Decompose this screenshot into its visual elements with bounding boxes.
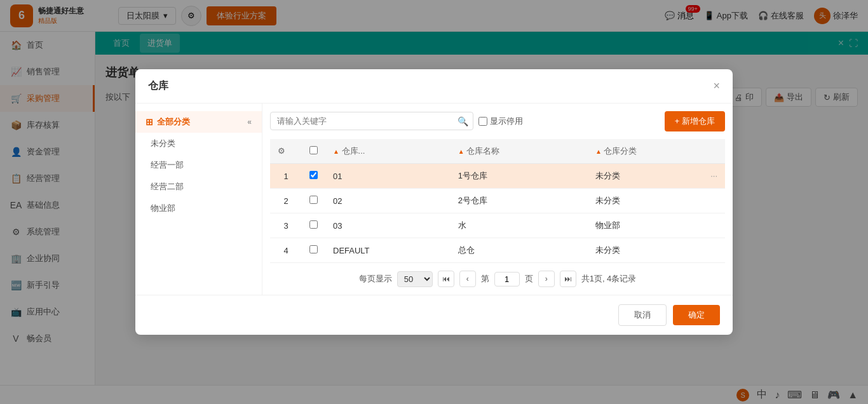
select-all-checkbox[interactable] <box>309 146 318 154</box>
show-disabled-wrap: 显示停用 <box>478 116 523 127</box>
table-row[interactable]: 2 02 2号仓库 未分类 <box>270 189 725 213</box>
dialog-footer: 取消 确定 <box>135 295 733 335</box>
table-panel: 🔍 显示停用 + 新增仓库 ⚙ <box>262 104 733 295</box>
row-code-0: 01 <box>325 163 451 189</box>
table-row[interactable]: 1 01 1号仓库 未分类 ··· <box>270 163 725 189</box>
category-item-1[interactable]: 未分类 <box>135 133 262 154</box>
dialog-close-button[interactable]: × <box>713 80 720 91</box>
search-icon[interactable]: 🔍 <box>458 116 468 126</box>
settings-th-icon: ⚙ <box>278 146 285 156</box>
search-input[interactable] <box>270 112 473 130</box>
row-code-1: 02 <box>325 189 451 213</box>
row-category-1: 未分类 <box>588 189 725 213</box>
row-name-0: 1号仓库 <box>451 163 588 189</box>
page-number-input[interactable] <box>494 272 520 286</box>
th-checkbox <box>302 139 325 164</box>
row-checkbox-1[interactable] <box>309 196 318 204</box>
row-index-3: 4 <box>270 238 302 263</box>
grid-icon: ⊞ <box>146 117 153 127</box>
row-checkbox-3[interactable] <box>309 245 318 253</box>
th-code: ▲ 仓库... <box>325 139 451 164</box>
th-name: ▲ 仓库名称 <box>451 139 588 164</box>
next-page-button[interactable]: › <box>538 271 555 287</box>
category-item-2[interactable]: 经营一部 <box>135 154 262 176</box>
th-category: ▲ 仓库分类 <box>588 139 725 164</box>
category-item-4[interactable]: 物业部 <box>135 198 262 219</box>
row-category-2: 物业部 <box>588 213 725 238</box>
confirm-button[interactable]: 确定 <box>673 305 720 325</box>
sort-name-icon: ▲ <box>458 148 465 155</box>
table-toolbar: 🔍 显示停用 + 新增仓库 <box>270 111 725 131</box>
last-page-button[interactable]: ⏭ <box>560 271 576 287</box>
first-page-button[interactable]: ⏮ <box>438 271 454 287</box>
row-name-3: 总仓 <box>451 238 588 263</box>
sort-cat-icon: ▲ <box>595 148 602 155</box>
category-all[interactable]: ⊞ 全部分类 « <box>135 111 262 133</box>
show-disabled-label: 显示停用 <box>490 116 523 127</box>
row-name-2: 水 <box>451 213 588 238</box>
category-panel: ⊞ 全部分类 « 未分类经营一部经营二部物业部 <box>135 104 262 295</box>
row-cb-1 <box>302 189 325 213</box>
show-disabled-checkbox[interactable] <box>478 117 487 126</box>
table-container: ⚙ ▲ 仓库... ▲ <box>270 139 725 264</box>
row-name-1: 2号仓库 <box>451 189 588 213</box>
category-item-3[interactable]: 经营二部 <box>135 176 262 198</box>
table-row[interactable]: 3 03 水 物业部 <box>270 213 725 238</box>
warehouse-table: ⚙ ▲ 仓库... ▲ <box>270 139 725 264</box>
dialog-title: 仓库 <box>148 79 168 93</box>
row-index-0: 1 <box>270 163 302 189</box>
dialog-header: 仓库 × <box>135 69 733 104</box>
table-row[interactable]: 4 DEFAULT 总仓 未分类 <box>270 238 725 263</box>
collapse-icon[interactable]: « <box>247 118 252 126</box>
row-checkbox-0[interactable] <box>309 171 318 179</box>
row-code-3: DEFAULT <box>325 238 451 263</box>
th-settings: ⚙ <box>270 139 302 164</box>
prev-page-button[interactable]: ‹ <box>459 271 476 287</box>
category-all-label: 全部分类 <box>157 116 190 128</box>
row-index-1: 2 <box>270 189 302 213</box>
sort-icon: ▲ <box>333 148 339 155</box>
add-warehouse-button[interactable]: + 新增仓库 <box>665 111 725 131</box>
total-label: 共1页, 4条记录 <box>581 273 637 285</box>
dialog-body: ⊞ 全部分类 « 未分类经营一部经营二部物业部 🔍 显示停用 + 新增仓库 <box>135 104 733 295</box>
row-category-0: 未分类 ··· <box>588 164 725 189</box>
cancel-button[interactable]: 取消 <box>618 304 667 326</box>
pagination: 每页显示 50 100 ⏮ ‹ 第 页 › ⏭ 共1页, 4条记录 <box>270 263 725 287</box>
row-code-2: 03 <box>325 213 451 238</box>
row-cb-2 <box>302 213 325 238</box>
dialog-overlay[interactable]: 仓库 × ⊞ 全部分类 « 未分类经营一部经营二部物业部 🔍 <box>0 0 868 404</box>
row-checkbox-2[interactable] <box>309 220 318 229</box>
row-cb-3 <box>302 238 325 263</box>
per-page-select[interactable]: 50 100 <box>397 271 433 287</box>
row-category-3: 未分类 <box>588 238 725 263</box>
row-index-2: 3 <box>270 213 302 238</box>
search-wrap: 🔍 <box>270 112 473 130</box>
warehouse-dialog: 仓库 × ⊞ 全部分类 « 未分类经营一部经营二部物业部 🔍 <box>135 69 733 335</box>
row-actions-0[interactable]: ··· <box>710 171 717 180</box>
row-cb-0 <box>302 163 325 189</box>
